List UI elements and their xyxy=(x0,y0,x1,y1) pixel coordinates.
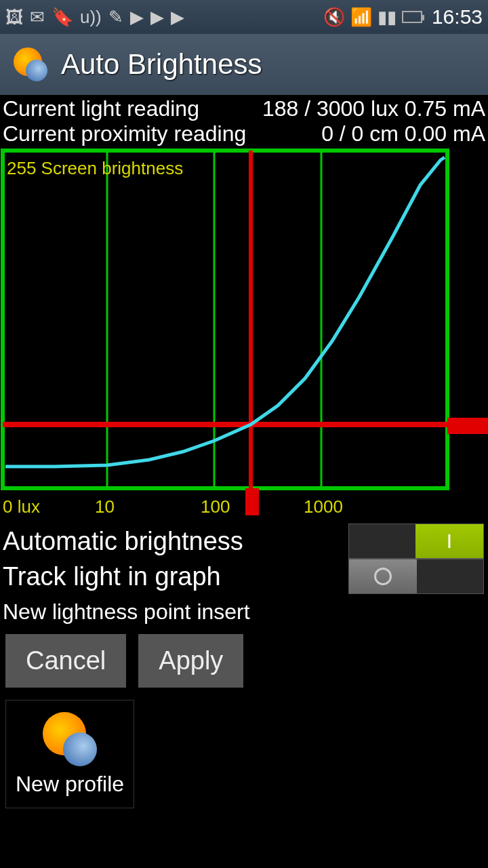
chart-y-label: 255 Screen brightness xyxy=(7,158,183,179)
gmail-icon: ✉ xyxy=(30,7,45,28)
auto-brightness-label: Automatic brightness xyxy=(3,527,243,556)
chart-x-origin-label: 0 lux xyxy=(3,496,40,517)
wifi-icon: 📶 xyxy=(350,7,372,28)
button-row: Cancel Apply xyxy=(0,627,488,694)
svg-rect-6 xyxy=(447,418,488,434)
light-reading-label: Current light reading xyxy=(3,96,199,121)
auto-brightness-toggle[interactable]: I xyxy=(348,524,484,559)
proximity-reading-label: Current proximity reading xyxy=(3,121,246,146)
app-title: Auto Brightness xyxy=(61,48,262,81)
play-store-icon: ▶ xyxy=(130,7,144,28)
toggle-off-indicator xyxy=(349,559,417,593)
new-profile-label: New profile xyxy=(16,772,124,797)
title-bar: Auto Brightness xyxy=(0,34,488,95)
app-icon xyxy=(14,47,47,81)
status-left-icons: 🖼 ✉ 🔖 u)) ✎ ▶ ▶ ▶ xyxy=(5,7,184,28)
app-notification-icon: 🔖 xyxy=(52,7,73,28)
readings-section: Current light reading 188 / 3000 lux 0.7… xyxy=(0,95,488,148)
profile-icon xyxy=(43,712,97,766)
profiles-section: New profile xyxy=(0,694,488,814)
signal-icon: ▮▮ xyxy=(378,7,396,28)
mute-icon: 🔇 xyxy=(323,7,345,28)
x-tick-10: 10 xyxy=(95,496,115,517)
proximity-reading-value: 0 / 0 cm 0.00 mA xyxy=(321,121,485,146)
status-right-icons: 🔇 📶 ▮▮ 16:53 xyxy=(323,5,483,28)
controls-section: Automatic brightness I Track light in gr… xyxy=(0,521,488,597)
cancel-button[interactable]: Cancel xyxy=(5,634,126,688)
track-light-label: Track light in graph xyxy=(3,562,221,591)
pencil-icon: ✎ xyxy=(108,7,123,28)
insert-point-label: New lightness point insert xyxy=(0,597,488,627)
play-store-icon-2: ▶ xyxy=(150,7,164,28)
gallery-icon: 🖼 xyxy=(5,7,23,28)
play-store-icon-3: ▶ xyxy=(171,7,184,28)
audio-icon: u)) xyxy=(80,7,102,28)
svg-rect-7 xyxy=(245,488,259,515)
track-light-toggle[interactable] xyxy=(348,559,484,594)
battery-icon xyxy=(402,11,422,23)
status-bar: 🖼 ✉ 🔖 u)) ✎ ▶ ▶ ▶ 🔇 📶 ▮▮ 16:53 xyxy=(0,0,488,34)
x-tick-1000: 1000 xyxy=(304,496,343,517)
chart-svg xyxy=(0,148,488,521)
x-tick-100: 100 xyxy=(201,496,230,517)
toggle-on-indicator: I xyxy=(415,524,483,558)
new-profile-card[interactable]: New profile xyxy=(5,700,134,808)
brightness-chart[interactable]: 255 Screen brightness 0 lux 10 100 1000 xyxy=(0,148,488,521)
clock: 16:53 xyxy=(432,5,483,28)
apply-button[interactable]: Apply xyxy=(138,634,243,688)
light-reading-value: 188 / 3000 lux 0.75 mA xyxy=(262,96,485,121)
